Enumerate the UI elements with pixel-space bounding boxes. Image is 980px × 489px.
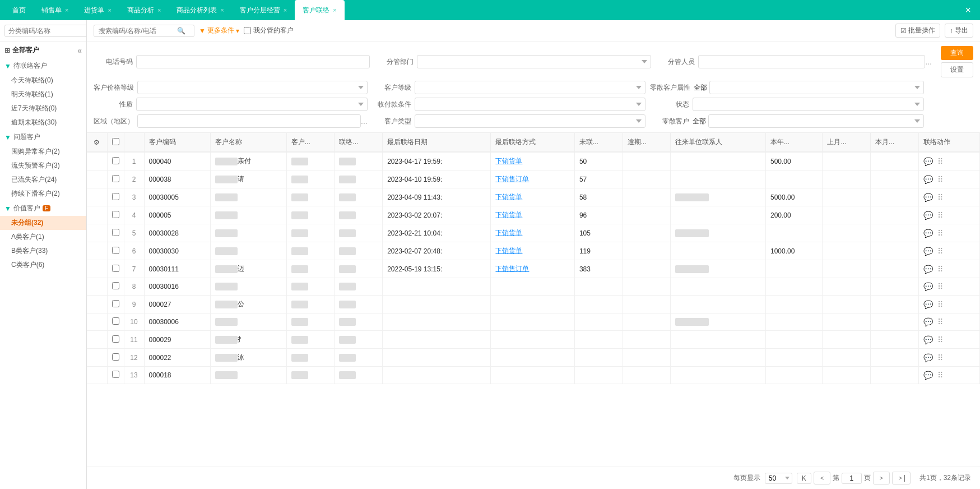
- reset-button[interactable]: 设置: [941, 62, 973, 77]
- customer-grade-select[interactable]: [415, 81, 646, 94]
- more-action-icon-12[interactable]: ⠿: [937, 371, 943, 380]
- row-checkbox-2[interactable]: [112, 193, 119, 200]
- all-customers-header[interactable]: ⊞ 全部客户 «: [0, 42, 86, 58]
- th-overdue[interactable]: 逾期...: [623, 133, 671, 152]
- collapse-sidebar-button[interactable]: «: [77, 46, 82, 55]
- next-page-button[interactable]: ＞: [873, 472, 890, 485]
- sidebar-item-tomorrow-pending[interactable]: 明天待联络(1): [0, 87, 86, 102]
- more-action-icon-1[interactable]: ⠿: [937, 175, 943, 184]
- th-last-contact-date[interactable]: 最后联络日期: [383, 133, 491, 152]
- close-product-list-tab-icon[interactable]: ×: [220, 7, 224, 13]
- contact-icon-5[interactable]: 💬: [923, 247, 933, 256]
- row-checkbox-4[interactable]: [112, 229, 119, 236]
- sidebar-item-7days-pending[interactable]: 近7天待联络(0): [0, 102, 86, 116]
- th-this-year[interactable]: 本年...: [765, 133, 822, 152]
- row-checkbox-3[interactable]: [112, 211, 119, 218]
- nav-tab-home[interactable]: 首页: [4, 0, 34, 20]
- retail-attr-select[interactable]: [709, 81, 924, 94]
- value-customers-section[interactable]: ▼ 价值客户 F: [0, 201, 86, 216]
- th-contact[interactable]: 联络...: [335, 133, 383, 152]
- more-action-icon-2[interactable]: ⠿: [937, 193, 943, 202]
- close-customer-tier-tab-icon[interactable]: ×: [284, 7, 287, 13]
- th-this-month[interactable]: 本月...: [871, 133, 919, 152]
- nav-tab-sales[interactable]: 销售单 ×: [34, 0, 76, 20]
- first-page-button[interactable]: K: [797, 473, 811, 484]
- more-action-icon-9[interactable]: ⠿: [937, 317, 943, 326]
- nav-tab-customer-tier[interactable]: 客户分层经营 ×: [232, 0, 295, 20]
- row-checkbox-5[interactable]: [112, 247, 119, 254]
- th-customer-code[interactable]: 客户编码: [144, 133, 210, 152]
- nav-tab-product-list[interactable]: 商品分析列表 ×: [169, 0, 231, 20]
- problem-customers-section[interactable]: ▼ 问题客户: [0, 130, 86, 145]
- th-customer-type[interactable]: 客户...: [286, 133, 335, 152]
- nav-tab-purchase[interactable]: 进货单 ×: [76, 0, 119, 20]
- sidebar-item-overdue-contact[interactable]: 逾期未联络(30): [0, 116, 86, 130]
- more-conditions-button[interactable]: ▼ 更多条件 ▾: [199, 26, 239, 35]
- close-sales-tab-icon[interactable]: ×: [65, 7, 68, 13]
- more-action-icon-11[interactable]: ⠿: [937, 353, 943, 362]
- sidebar-item-abnormal[interactable]: 囤购异常客户(2): [0, 145, 86, 159]
- contact-icon-10[interactable]: 💬: [923, 335, 933, 344]
- row-checkbox-9[interactable]: [112, 317, 119, 325]
- sidebar-item-churn-warning[interactable]: 流失预警客户(3): [0, 159, 86, 173]
- nav-tab-product-analysis[interactable]: 商品分析 ×: [119, 0, 169, 20]
- sidebar-item-today-pending[interactable]: 今天待联络(0): [0, 73, 86, 87]
- more-action-icon-5[interactable]: ⠿: [937, 247, 943, 256]
- sidebar-item-ungrouped[interactable]: 未分组(32): [0, 216, 86, 230]
- th-settings[interactable]: ⚙: [87, 133, 107, 152]
- row-checkbox-0[interactable]: [112, 157, 119, 164]
- more-action-icon-4[interactable]: ⠿: [937, 229, 943, 238]
- row-checkbox-11[interactable]: [112, 353, 119, 361]
- sidebar-item-class-b[interactable]: B类客户(33): [0, 244, 86, 258]
- dept-select[interactable]: [417, 55, 651, 68]
- filter-search-icon[interactable]: 🔍: [177, 27, 185, 35]
- th-last-contact-method[interactable]: 最后联络方式: [491, 133, 574, 152]
- sidebar-item-class-c[interactable]: C类客户(6): [0, 258, 86, 272]
- select-all-checkbox[interactable]: [112, 138, 119, 145]
- sidebar-item-class-a[interactable]: A类客户(1): [0, 230, 86, 244]
- contact-icon-8[interactable]: 💬: [923, 300, 933, 309]
- price-grade-select[interactable]: [137, 81, 368, 94]
- th-customer-name[interactable]: 客户名称: [210, 133, 286, 152]
- contact-icon-4[interactable]: 💬: [923, 229, 933, 238]
- th-action[interactable]: 联络动作: [918, 133, 979, 152]
- region-more-icon[interactable]: ...: [361, 117, 368, 126]
- th-last-month[interactable]: 上月...: [823, 133, 871, 152]
- batch-operation-button[interactable]: ☑ 批量操作: [895, 24, 940, 38]
- page-size-select[interactable]: 10 20 50 100: [765, 473, 792, 484]
- sidebar-search-input[interactable]: [4, 25, 87, 37]
- row-checkbox-7[interactable]: [112, 282, 119, 289]
- status-select[interactable]: [693, 98, 924, 111]
- export-button[interactable]: ↑ 导出: [945, 24, 973, 38]
- more-action-icon-7[interactable]: ⠿: [937, 282, 943, 291]
- contact-icon-1[interactable]: 💬: [923, 175, 933, 184]
- contact-icon-0[interactable]: 💬: [923, 157, 933, 166]
- page-number-input[interactable]: [842, 473, 862, 484]
- row-checkbox-10[interactable]: [112, 335, 119, 343]
- more-action-icon-10[interactable]: ⠿: [937, 335, 943, 344]
- more-action-icon-6[interactable]: ⠿: [937, 265, 943, 274]
- more-action-icon-0[interactable]: ⠿: [937, 157, 943, 166]
- nav-tab-customer-contact[interactable]: 客户联络 ×: [295, 0, 344, 20]
- prev-page-button[interactable]: ＜: [814, 472, 830, 485]
- my-customers-checkbox[interactable]: [244, 27, 251, 34]
- payment-select[interactable]: [415, 98, 646, 111]
- th-unit-contact[interactable]: 往来单位联系人: [671, 133, 766, 152]
- customer-type-select[interactable]: [415, 114, 646, 128]
- close-customer-contact-tab-icon[interactable]: ×: [333, 7, 336, 13]
- contact-icon-2[interactable]: 💬: [923, 193, 933, 202]
- contact-icon-7[interactable]: 💬: [923, 282, 933, 291]
- query-button[interactable]: 查询: [941, 46, 973, 60]
- pending-contact-section[interactable]: ▼ 待联络客户: [0, 58, 86, 73]
- more-action-icon-8[interactable]: ⠿: [937, 300, 943, 309]
- contact-icon-6[interactable]: 💬: [923, 265, 933, 274]
- contact-icon-12[interactable]: 💬: [923, 371, 933, 380]
- nature-select[interactable]: [136, 98, 368, 111]
- th-not-contacted[interactable]: 未联...: [574, 133, 623, 152]
- sidebar-item-churned[interactable]: 已流失客户(24): [0, 173, 86, 187]
- more-action-icon-3[interactable]: ⠿: [937, 211, 943, 220]
- search-input[interactable]: [99, 27, 177, 35]
- retail-customer-select[interactable]: [708, 114, 924, 128]
- my-customers-checkbox-area[interactable]: 我分管的客户: [244, 26, 294, 35]
- phone-input[interactable]: [136, 55, 370, 68]
